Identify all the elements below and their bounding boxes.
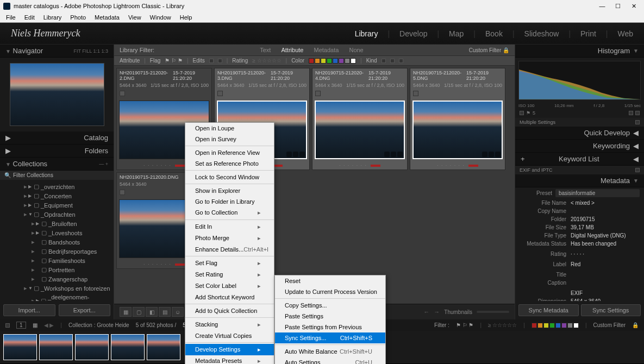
filter-tab-metadata[interactable]: Metadata — [310, 47, 343, 53]
menu-item[interactable]: Enhance Details...Ctrl+Alt+I — [185, 244, 274, 255]
menu-item[interactable]: Sync Settings...Ctrl+Shift+S — [275, 332, 385, 343]
filter-tab-attribute[interactable]: Attribute — [277, 47, 308, 53]
close-button[interactable]: ✕ — [627, 3, 641, 10]
filmstrip-thumb[interactable] — [39, 334, 73, 360]
flag-icon[interactable]: ⚑ ⚐ ⚑ — [165, 58, 183, 64]
histogram-chart[interactable] — [518, 61, 641, 100]
menu-item[interactable]: Stacking▸ — [185, 319, 274, 330]
menu-item[interactable]: Set Flag▸ — [185, 258, 274, 269]
menu-item[interactable]: Show in Explorer — [185, 185, 274, 196]
filmstrip-custom-filter[interactable]: Custom Filter — [593, 322, 626, 328]
keyword-list-panel[interactable]: +Keyword List ◀ — [515, 153, 644, 166]
metadata-preset[interactable]: Presetbasisinformatie — [515, 187, 644, 199]
metadata-header[interactable]: Metadata ▼ — [515, 174, 644, 187]
menu-help[interactable]: Help — [176, 13, 196, 22]
grid-view-icon[interactable]: ▦ — [120, 307, 132, 317]
menu-item[interactable]: Open in Reference View — [185, 147, 274, 158]
quick-develop-panel[interactable]: Quick Develop ◀ — [515, 127, 644, 140]
menu-item[interactable]: Photo Merge▸ — [185, 233, 274, 244]
menu-item[interactable]: Set Rating▸ — [185, 269, 274, 280]
tree-item[interactable]: ▸▼ ▢_Opdrachten — [0, 210, 114, 219]
prev-arrow-icon[interactable]: ← — [423, 309, 429, 315]
menu-item[interactable]: Create Virtual Copies — [185, 330, 274, 341]
maximize-button[interactable]: ☐ — [611, 3, 625, 10]
module-develop[interactable]: Develop — [399, 29, 427, 38]
thumbnail-grid[interactable]: NH20190715-212020-2.DNG15-7-2019 21:20:2… — [114, 66, 515, 304]
filmstrip-thumb[interactable] — [3, 334, 37, 360]
tree-item[interactable]: ▸▶ ▢_deelgenomen-worksho... — [0, 293, 114, 301]
compare-view-icon[interactable]: ◧ — [146, 307, 158, 317]
tree-item[interactable]: ▸ ▢Bedrijfsreportages — [0, 247, 114, 256]
menu-metadata[interactable]: Metadata — [91, 13, 123, 22]
tree-item[interactable]: ▸ ▢Zwangerschap — [0, 274, 114, 284]
loupe-view-icon[interactable]: ▢ — [133, 307, 145, 317]
menu-edit[interactable]: Edit — [21, 13, 39, 22]
menu-file[interactable]: File — [2, 13, 20, 22]
filter-flag-icons[interactable]: ⚑ ⚐ ⚑ — [456, 322, 474, 328]
menu-item[interactable]: Paste Settings from Previous — [275, 322, 385, 332]
people-view-icon[interactable]: ☺ — [172, 307, 184, 317]
menu-item[interactable]: Paste Settings — [275, 311, 385, 322]
filter-rating[interactable]: ≥ ☆☆☆☆☆ — [488, 322, 517, 328]
menu-view[interactable]: View — [124, 13, 145, 22]
menu-item[interactable]: Open in Survey — [185, 134, 274, 145]
tree-item[interactable]: ▸▶ ▢_Loveshoots — [0, 228, 114, 237]
menu-item[interactable]: Auto White BalanceCtrl+Shift+U — [275, 346, 385, 357]
filter-tab-text[interactable]: Text — [255, 47, 275, 53]
module-map[interactable]: Map — [449, 29, 464, 38]
sync-settings-button[interactable]: Sync Settings — [581, 304, 641, 316]
menu-item[interactable]: Go to Collection▸ — [185, 207, 274, 218]
thumbnail-cell[interactable]: NH20190715-212020-5.DNG15-7-2019 21:20:2… — [410, 68, 505, 170]
histogram-header[interactable]: Histogram ▼ — [515, 45, 644, 58]
collections-filter[interactable]: 🔍 Filter Collections — [0, 171, 114, 180]
menu-item[interactable]: Lock to Second Window — [185, 172, 274, 183]
thumbnail-cell[interactable]: NH20190715-212020-4.DNG15-7-2019 21:20:2… — [312, 68, 408, 170]
tree-item[interactable]: ▸ ▢Portretten — [0, 265, 114, 274]
menu-item[interactable]: Open in Loupe — [185, 123, 274, 134]
filter-tab-none[interactable]: None — [345, 47, 367, 53]
tree-item[interactable]: ▸▶ ▢_Bruiloften — [0, 219, 114, 228]
module-book[interactable]: Book — [485, 29, 503, 38]
menu-item[interactable]: Add Shortcut Keyword — [185, 292, 274, 303]
next-arrow-icon[interactable]: → — [434, 309, 440, 315]
menu-library[interactable]: Library — [40, 13, 66, 22]
export-button[interactable]: Export... — [59, 304, 111, 316]
menu-item[interactable]: Update to Current Process Version — [275, 286, 385, 297]
lock-icon[interactable]: 🔒 — [632, 322, 639, 328]
filmstrip-thumb[interactable] — [111, 334, 145, 360]
menu-window[interactable]: Window — [146, 13, 175, 22]
chevron-icon[interactable]: ◀ ▶ — [44, 322, 54, 328]
custom-filter-preset[interactable]: Custom Filter — [469, 47, 501, 53]
minimize-button[interactable]: — — [595, 3, 609, 9]
import-button[interactable]: Import... — [3, 304, 55, 316]
navigator-preview[interactable] — [10, 63, 104, 126]
sync-metadata-button[interactable]: Sync Metadata — [518, 304, 579, 316]
tree-item[interactable]: ▸▼ ▢_Workshops en fotoreizen — [0, 284, 114, 293]
tree-item[interactable]: ▸▶ ▢_Concerten — [0, 191, 114, 200]
filmstrip-thumb[interactable] — [147, 334, 180, 360]
menu-item[interactable]: Go to Folder in Library — [185, 196, 274, 207]
menu-item[interactable]: Add to Quick Collection — [185, 305, 274, 316]
status-collection[interactable]: Collection : Groote Heide — [68, 322, 129, 328]
thumbnail-slider[interactable] — [477, 311, 509, 313]
menu-item[interactable]: Reset — [275, 275, 385, 286]
tree-item[interactable]: ▸▶ ▢_overzichten — [0, 182, 114, 191]
menu-item[interactable]: Metadata Presets▸ — [185, 355, 274, 364]
module-library[interactable]: Library — [355, 29, 378, 38]
color-filter[interactable] — [309, 58, 356, 64]
folders-panel[interactable]: ▶Folders — [0, 145, 114, 158]
catalog-panel[interactable]: ▶Catalog — [0, 131, 114, 145]
module-web[interactable]: Web — [617, 29, 633, 38]
tree-item[interactable]: ▸ ▢Familieshoots — [0, 256, 114, 265]
menu-item[interactable]: Copy Settings... — [275, 300, 385, 311]
filmstrip-color-filter[interactable] — [532, 323, 579, 328]
survey-view-icon[interactable]: ▤ — [159, 307, 171, 317]
menu-photo[interactable]: Photo — [66, 13, 90, 22]
menu-item[interactable]: Set Color Label▸ — [185, 280, 274, 292]
navigator-zoom[interactable]: FIT FILL 1:1 1:3 — [73, 48, 108, 54]
filmstrip-thumb[interactable] — [75, 334, 109, 360]
module-print[interactable]: Print — [580, 29, 596, 38]
collections-header[interactable]: ▼ Collections — + — [0, 158, 114, 171]
context-submenu[interactable]: ResetUpdate to Current Process VersionCo… — [274, 275, 386, 364]
keywording-panel[interactable]: Keywording ◀ — [515, 140, 644, 153]
